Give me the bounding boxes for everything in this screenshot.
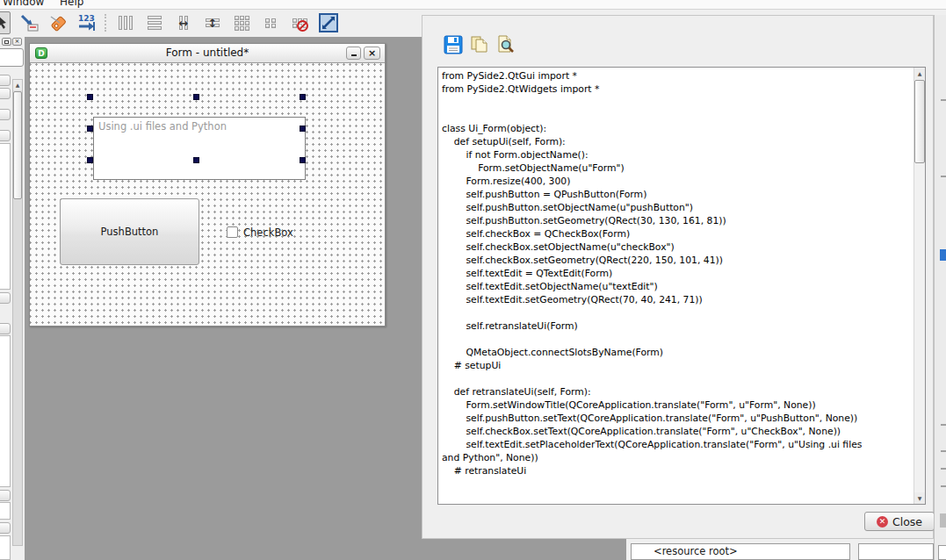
layout-grid-icon <box>235 16 249 31</box>
form-canvas[interactable]: Using .ui files and Python PushButton Ch… <box>30 63 385 326</box>
selection-handle-bottom-mid[interactable] <box>193 157 199 163</box>
textedit-widget[interactable]: Using .ui files and Python <box>93 117 306 180</box>
menu-item-help[interactable]: Help <box>60 0 83 8</box>
edit-tab-order-button[interactable]: 123 <box>75 11 97 34</box>
selection-handle-top-left[interactable] <box>87 94 93 100</box>
layout-form-icon <box>265 18 277 28</box>
find-icon <box>495 34 516 55</box>
checkbox-indicator[interactable] <box>227 226 238 238</box>
close-icon: × <box>15 38 20 45</box>
selection-handle-mid-left[interactable] <box>87 126 93 132</box>
edit-tab-order-icon: 123 <box>76 12 97 33</box>
panel-close-button[interactable]: × <box>12 38 22 46</box>
layout-horizontal-splitter-button[interactable]: ↔ <box>172 11 195 34</box>
form-close-button[interactable]: × <box>364 47 380 60</box>
form-minimize-button[interactable] <box>346 47 361 60</box>
scroll-up-icon[interactable]: ▲ <box>914 68 925 79</box>
edit-signals-slots-icon <box>19 13 39 32</box>
pushbutton-label: PushButton <box>101 226 159 238</box>
code-dialog: from PySide2.QtGui import * from PySide2… <box>422 15 934 539</box>
selection-handle-bottom-right[interactable] <box>300 157 306 163</box>
selection-handle-mid-right[interactable] <box>300 126 306 132</box>
resource-secondary-panel[interactable] <box>858 543 934 560</box>
edge-panel-corner <box>938 545 946 560</box>
widget-category-bar[interactable] <box>0 109 11 120</box>
checkbox-widget[interactable]: CheckBox <box>227 226 293 238</box>
layout-vertical-button[interactable] <box>143 11 166 34</box>
edit-signals-slots-button[interactable] <box>18 11 40 34</box>
widget-list-area[interactable] <box>0 535 11 560</box>
close-button[interactable]: ✕ Close <box>864 512 935 531</box>
layout-vertical-icon <box>148 16 162 30</box>
selection-handle-top-mid[interactable] <box>193 94 199 100</box>
panel-float-button[interactable] <box>2 38 11 46</box>
break-layout-button[interactable] <box>288 11 311 34</box>
code-scrollbar-thumb[interactable] <box>914 80 925 163</box>
pushbutton-widget[interactable]: PushButton <box>60 198 199 265</box>
layout-horizontal-button[interactable] <box>114 11 137 34</box>
close-button-label: Close <box>892 515 922 528</box>
form-title: Form - untitled* <box>30 47 385 59</box>
edit-widgets-icon <box>0 14 8 32</box>
selected-item-edge <box>940 249 946 261</box>
close-icon: × <box>368 47 376 59</box>
restore-icon <box>4 40 9 44</box>
code-view: from PySide2.QtGui import * from PySide2… <box>437 67 926 505</box>
widget-category-bar[interactable] <box>0 522 11 534</box>
widget-category-bar[interactable] <box>0 323 11 334</box>
menubar: Window Help <box>0 0 946 10</box>
close-circle-icon: ✕ <box>877 516 888 528</box>
resource-root-item[interactable]: <resource root> <box>631 543 850 560</box>
widget-search-input[interactable] <box>0 48 24 67</box>
selection-handle-top-right[interactable] <box>300 94 306 100</box>
edit-buddies-icon <box>47 12 69 33</box>
code-scrollbar[interactable]: ▲ ▼ <box>914 68 925 504</box>
adjust-size-button[interactable] <box>317 11 340 34</box>
layout-form-button[interactable] <box>259 11 282 34</box>
textedit-placeholder: Using .ui files and Python <box>98 120 227 133</box>
save-icon <box>444 35 463 54</box>
widget-category-bar[interactable] <box>0 88 11 99</box>
layout-grid-button[interactable] <box>230 11 253 34</box>
adjust-size-icon <box>319 13 338 32</box>
widget-list-area[interactable] <box>0 502 11 520</box>
widget-box-scrollbar[interactable]: ▲ <box>12 79 23 546</box>
selection-handle-bottom-left[interactable] <box>87 157 93 163</box>
right-edge-strip <box>934 15 946 560</box>
code-text[interactable]: from PySide2.QtGui import * from PySide2… <box>438 68 914 504</box>
edit-widgets-button[interactable] <box>0 11 11 34</box>
minimize-icon <box>351 54 357 56</box>
widget-category-bar[interactable] <box>0 490 11 501</box>
checkbox-label: CheckBox <box>243 226 293 239</box>
widget-category-bar[interactable] <box>0 292 11 304</box>
layout-vertical-splitter-button[interactable]: ↕ <box>201 11 224 34</box>
resource-strip: <resource root> <box>626 539 934 560</box>
widget-category-bar[interactable] <box>0 75 11 86</box>
scroll-up-icon[interactable]: ▲ <box>13 80 22 90</box>
widget-list-area[interactable] <box>0 335 11 487</box>
widget-list-area[interactable] <box>0 143 11 290</box>
form-titlebar[interactable]: D Form - untitled* × <box>30 44 385 63</box>
widget-scrollbar-thumb[interactable] <box>13 91 22 199</box>
widget-box-panel: × ▲ <box>0 37 25 560</box>
copy-icon <box>469 34 490 55</box>
svg-text:123: 123 <box>78 14 95 23</box>
find-in-code-button[interactable] <box>495 33 517 56</box>
widget-category-bar[interactable] <box>0 130 11 141</box>
copy-code-button[interactable] <box>468 33 491 56</box>
edit-buddies-button[interactable] <box>47 11 69 34</box>
edge-scrollbar-thumb[interactable] <box>940 513 946 528</box>
layout-horizontal-icon <box>119 16 133 30</box>
form-window: D Form - untitled* × Using .ui files and… <box>29 43 386 327</box>
scroll-down-icon[interactable]: ▼ <box>914 492 925 504</box>
save-code-button[interactable] <box>442 33 465 56</box>
menu-item-window[interactable]: Window <box>3 0 44 8</box>
toolbar-separator <box>105 14 106 32</box>
